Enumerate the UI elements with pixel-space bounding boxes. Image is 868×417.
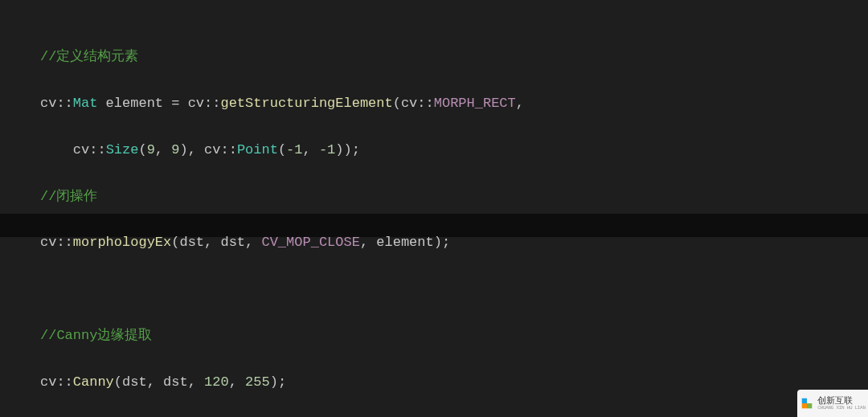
number: 255 [245, 374, 270, 390]
comma: , [360, 235, 376, 250]
code-line[interactable]: cv::morphologyEx(dst, dst, CV_MOP_CLOSE,… [40, 231, 868, 255]
paren: ( [114, 374, 122, 390]
code-line[interactable]: //定义结构元素 [40, 46, 868, 69]
scope-op: :: [56, 235, 72, 250]
watermark-logo-icon [800, 396, 814, 411]
comma: , [204, 235, 220, 250]
type: Size [106, 142, 139, 157]
namespace: cv [204, 142, 220, 157]
operator: = [171, 96, 179, 111]
scope-op: :: [56, 374, 72, 390]
scope-op: :: [417, 96, 433, 111]
blank-line[interactable] [40, 278, 868, 301]
code-line[interactable]: cv::Mat element = cv::getStructuringElem… [40, 92, 868, 116]
namespace: cv [401, 96, 417, 111]
argument: element [376, 235, 433, 250]
paren: ) [179, 142, 187, 157]
argument: dst [163, 374, 188, 390]
type: Mat [73, 96, 98, 111]
watermark-text: 创新互联 CHUANG XIN HU LIAN [817, 397, 865, 411]
number: -1 [286, 142, 302, 157]
function-call: Canny [73, 374, 114, 390]
argument: dst [122, 374, 147, 390]
paren: ( [393, 96, 401, 111]
type: Point [237, 142, 278, 157]
indent [40, 142, 73, 157]
scope-op: :: [220, 142, 236, 157]
namespace: cv [40, 235, 56, 250]
number: 9 [171, 142, 179, 157]
paren: ( [278, 142, 286, 157]
number: -1 [319, 142, 335, 157]
scope-op: :: [89, 142, 105, 157]
comma: , [188, 374, 204, 390]
number: 9 [147, 142, 155, 157]
watermark-en: CHUANG XIN HU LIAN [817, 406, 865, 411]
scope-op: :: [56, 96, 72, 111]
space [179, 96, 187, 111]
comma: , [188, 142, 204, 157]
comment: //Canny边缘提取 [40, 328, 152, 343]
namespace: cv [188, 96, 204, 111]
code-editor[interactable]: //定义结构元素 cv::Mat element = cv::getStruct… [0, 0, 868, 417]
code-line[interactable]: cv::Canny(dst, dst, 120, 255); [40, 371, 868, 395]
function-call: morphologyEx [73, 235, 171, 250]
namespace: cv [40, 374, 56, 390]
argument: dst [179, 235, 204, 250]
code-line[interactable]: //Canny边缘提取 [40, 325, 868, 348]
number: 120 [204, 374, 229, 390]
namespace: cv [40, 96, 56, 111]
constant: MORPH_RECT [434, 96, 516, 111]
comma: , [155, 142, 171, 157]
paren: )) [335, 142, 351, 157]
comma: , [147, 374, 163, 390]
comment: //闭操作 [40, 189, 97, 204]
paren: ) [270, 374, 278, 390]
comma: , [229, 374, 245, 390]
code-line[interactable]: cv::Size(9, 9), cv::Point(-1, -1)); [40, 139, 868, 162]
paren: ( [171, 235, 179, 250]
comma: , [303, 142, 319, 157]
argument: dst [220, 235, 245, 250]
semicolon: ; [352, 142, 360, 157]
comma: , [516, 96, 524, 111]
function-call: getStructuringElement [220, 96, 392, 111]
semicolon: ; [278, 374, 286, 390]
comma: , [245, 235, 261, 250]
namespace: cv [73, 142, 89, 157]
scope-op: :: [204, 96, 220, 111]
watermark-zh: 创新互联 [817, 397, 865, 406]
constant: CV_MOP_CLOSE [261, 235, 359, 250]
paren: ) [434, 235, 442, 250]
watermark-badge: 创新互联 CHUANG XIN HU LIAN [797, 390, 868, 417]
semicolon: ; [442, 235, 450, 250]
paren: ( [138, 142, 146, 157]
variable: element [97, 96, 171, 111]
comment: //定义结构元素 [40, 49, 138, 64]
code-line[interactable]: //闭操作 [40, 186, 868, 209]
